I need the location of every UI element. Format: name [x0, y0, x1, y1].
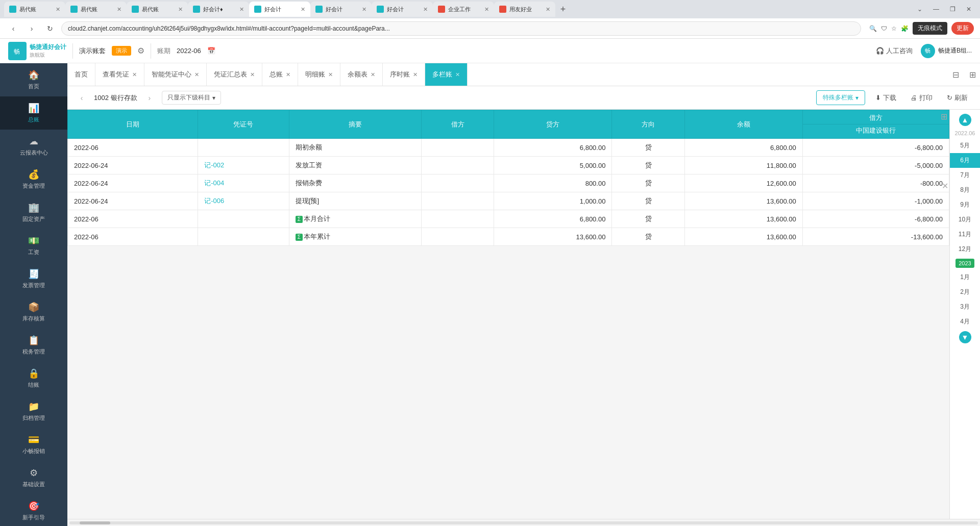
- tab-view-voucher-close[interactable]: ✕: [132, 71, 137, 78]
- rs-year-badge-2023[interactable]: 2023: [955, 259, 974, 268]
- tab-collapse-button[interactable]: ⊟: [946, 70, 965, 80]
- close-window-button[interactable]: ✕: [962, 2, 976, 16]
- browser-tab-1[interactable]: 易代账 ✕: [4, 2, 65, 17]
- rs-month-mar[interactable]: 3月: [950, 299, 980, 314]
- maximize-button[interactable]: ❐: [945, 2, 960, 16]
- sidebar-item-inventory[interactable]: 📦 库存核算: [0, 295, 67, 329]
- tab-sequence-close[interactable]: ✕: [413, 71, 418, 78]
- tab-multi-column-close[interactable]: ✕: [455, 71, 460, 78]
- voucher-link[interactable]: 记-002: [204, 161, 224, 169]
- tab-list-button[interactable]: ⌄: [913, 2, 927, 16]
- tab-balance-close[interactable]: ✕: [371, 71, 375, 78]
- tab-general-ledger[interactable]: 总账 ✕: [262, 63, 298, 86]
- sidebar-item-reports[interactable]: ☁ 云报表中心: [0, 130, 67, 163]
- star-icon[interactable]: ☆: [891, 25, 897, 32]
- rs-month-jul[interactable]: 7月: [950, 168, 980, 183]
- sidebar-item-archive[interactable]: 📁 归档管理: [0, 395, 67, 428]
- tab-close-9[interactable]: ✕: [546, 6, 550, 13]
- subject-filter[interactable]: 只显示下级科目 ▾: [162, 91, 221, 105]
- tab-expand-button[interactable]: ⊞: [965, 70, 980, 80]
- close-sidebar-button[interactable]: ✕: [942, 181, 948, 191]
- tab-close-4[interactable]: ✕: [239, 6, 244, 13]
- rs-month-nov[interactable]: 11月: [950, 227, 980, 242]
- tab-close-1[interactable]: ✕: [56, 6, 60, 13]
- browser-tab-6[interactable]: 好会计 ✕: [310, 2, 372, 17]
- tab-view-voucher[interactable]: 查看凭证 ✕: [95, 63, 144, 86]
- sidebar-item-salary[interactable]: 💵 工资: [0, 229, 67, 262]
- tab-balance[interactable]: 余额表 ✕: [340, 63, 383, 86]
- tab-close-3[interactable]: ✕: [178, 6, 183, 13]
- tab-close-7[interactable]: ✕: [423, 6, 428, 13]
- rs-month-dec[interactable]: 12月: [950, 242, 980, 257]
- voucher-link[interactable]: 记-006: [204, 197, 224, 205]
- special-multi-column-button[interactable]: 特殊多栏账 ▾: [816, 90, 865, 105]
- tab-close-5[interactable]: ✕: [301, 6, 305, 13]
- voucher-link[interactable]: 记-004: [204, 179, 224, 187]
- print-button[interactable]: 🖨 打印: [906, 91, 937, 105]
- browser-tab-5[interactable]: 好会计 ✕: [249, 2, 310, 17]
- consult-button[interactable]: 🎧 人工咨询: [876, 46, 913, 56]
- tab-voucher-summary[interactable]: 凭证汇总表 ✕: [207, 63, 262, 86]
- tab-close-6[interactable]: ✕: [362, 6, 366, 13]
- tab-close-8[interactable]: ✕: [484, 6, 489, 13]
- sidebar-item-close[interactable]: 🔒 结账: [0, 362, 67, 395]
- account-selector[interactable]: 1002 银行存款: [94, 93, 137, 103]
- settings-icon[interactable]: ⚙: [137, 46, 144, 56]
- tab-sequence[interactable]: 序时账 ✕: [383, 63, 425, 86]
- sidebar-item-ledger[interactable]: 📊 总账: [0, 96, 67, 130]
- sidebar-item-home[interactable]: 🏠 首页: [0, 63, 67, 96]
- download-button[interactable]: ⬇ 下载: [871, 91, 900, 105]
- scrollbar-thumb[interactable]: [80, 521, 110, 524]
- browser-tab-2[interactable]: 易代账 ✕: [65, 2, 127, 17]
- period-value[interactable]: 2022-06: [177, 47, 201, 55]
- refresh-button[interactable]: ↻ 刷新: [943, 91, 972, 105]
- back-button[interactable]: ‹: [6, 21, 20, 36]
- rs-month-feb[interactable]: 2月: [950, 285, 980, 299]
- sidebar-item-guide[interactable]: 🎯 新手引导: [0, 494, 67, 526]
- scrollbar-track[interactable]: [69, 521, 978, 524]
- extension-icon[interactable]: 🧩: [901, 25, 909, 32]
- search-icon[interactable]: 🔍: [869, 25, 877, 32]
- wuhen-button[interactable]: 无痕模式: [913, 22, 947, 35]
- sidebar-item-basic[interactable]: ⚙ 基础设置: [0, 461, 67, 494]
- rs-month-may[interactable]: 5月: [950, 138, 980, 153]
- rs-month-oct[interactable]: 10月: [950, 212, 980, 227]
- tab-multi-column[interactable]: 多栏账 ✕: [425, 63, 468, 86]
- browser-tab-7[interactable]: 好会计 ✕: [372, 2, 433, 17]
- tab-smart-voucher[interactable]: 智能凭证中心 ✕: [144, 63, 207, 86]
- browser-tab-4[interactable]: 好会计♦ ✕: [188, 2, 249, 17]
- rs-month-apr[interactable]: 4月: [950, 314, 980, 329]
- sidebar-item-invoice[interactable]: 🧾 发票管理: [0, 262, 67, 295]
- sidebar-item-assets[interactable]: 🏢 固定资产: [0, 196, 67, 229]
- tab-close-2[interactable]: ✕: [117, 6, 121, 13]
- sidebar-item-funds[interactable]: 💰 资金管理: [0, 163, 67, 196]
- tab-detail-ledger[interactable]: 明细账 ✕: [298, 63, 340, 86]
- sidebar-item-tax[interactable]: 📋 税务管理: [0, 329, 67, 362]
- expand-sidebar-button[interactable]: ⊞: [939, 110, 949, 123]
- browser-tab-9[interactable]: 用友好业 ✕: [494, 2, 555, 17]
- prev-account-button[interactable]: ‹: [76, 92, 88, 104]
- forward-button[interactable]: ›: [24, 21, 39, 36]
- refresh-page-button[interactable]: ↻: [43, 21, 57, 36]
- tab-general-ledger-close[interactable]: ✕: [286, 71, 290, 78]
- browser-tab-3[interactable]: 易代账 ✕: [127, 2, 188, 17]
- address-input[interactable]: [61, 21, 861, 36]
- calendar-icon[interactable]: 📅: [207, 47, 215, 55]
- rs-month-sep[interactable]: 9月: [950, 197, 980, 212]
- rs-month-jan[interactable]: 1月: [950, 270, 980, 285]
- rs-scroll-up-button[interactable]: ▲: [959, 114, 971, 126]
- horizontal-scrollbar[interactable]: [67, 519, 980, 526]
- user-area[interactable]: 畅 畅捷通B组...: [921, 44, 972, 58]
- minimize-button[interactable]: —: [929, 2, 943, 16]
- new-tab-button[interactable]: +: [555, 2, 571, 17]
- next-account-button[interactable]: ›: [143, 92, 156, 104]
- rs-scroll-down-button[interactable]: ▼: [959, 331, 971, 343]
- browser-tab-8[interactable]: 企业工作 ✕: [433, 2, 494, 17]
- sidebar-item-expense[interactable]: 💳 小畅报销: [0, 428, 67, 461]
- rs-month-aug[interactable]: 8月: [950, 183, 980, 197]
- update-button[interactable]: 更新: [951, 22, 974, 35]
- tab-smart-voucher-close[interactable]: ✕: [194, 71, 199, 78]
- rs-month-jun[interactable]: 6月: [950, 153, 980, 168]
- tab-voucher-summary-close[interactable]: ✕: [250, 71, 255, 78]
- tab-home[interactable]: 首页: [67, 63, 95, 86]
